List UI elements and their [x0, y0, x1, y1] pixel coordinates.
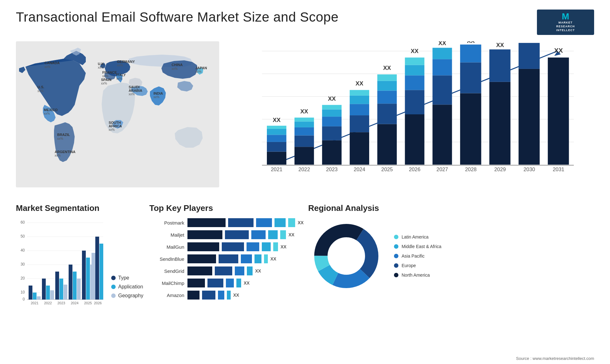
svg-text:XX: XX: [525, 41, 533, 43]
svg-text:ARABIA: ARABIA: [129, 89, 142, 92]
legend-type: Type: [111, 275, 143, 281]
svg-rect-50: [295, 127, 314, 136]
svg-rect-71: [377, 91, 397, 104]
source-text: Source : www.marketresearchintellect.com: [516, 356, 594, 361]
bar-seg1: [187, 266, 212, 275]
svg-text:2031: 2031: [553, 166, 564, 172]
bar-seg1: [187, 254, 216, 263]
player-row-mailchimp: MailChimp XX: [149, 278, 302, 288]
bar-seg2: [228, 218, 254, 227]
bar-seg4: [227, 291, 231, 300]
player-row-mailgun: MailGun XX: [149, 242, 302, 252]
player-xx-amazon: XX: [233, 293, 239, 298]
legend-application: Application: [111, 284, 143, 290]
players-list: Postmark XX Mailjet: [149, 218, 302, 300]
svg-rect-90: [460, 62, 481, 93]
bar-seg4: [268, 230, 278, 239]
svg-text:30: 30: [21, 262, 25, 266]
svg-rect-86: [432, 48, 452, 59]
svg-rect-58: [322, 110, 342, 117]
top-content-row: CANADA xx% U.S. xx% MEXICO xx% BRAZIL xx…: [16, 41, 594, 194]
legend-dot-type: [111, 276, 116, 280]
reg-legend-europe: Europe: [394, 263, 441, 268]
svg-text:2028: 2028: [465, 166, 477, 172]
svg-rect-84: [432, 75, 452, 104]
svg-rect-43: [267, 135, 286, 142]
svg-rect-76: [405, 114, 424, 165]
player-row-postmark: Postmark XX: [149, 218, 302, 227]
svg-text:XX: XX: [438, 41, 446, 46]
player-xx-sendgrid: XX: [255, 268, 261, 273]
bar-seg1: [187, 279, 205, 287]
svg-text:xx%: xx%: [57, 137, 63, 140]
svg-rect-126: [50, 290, 54, 300]
svg-text:2029: 2029: [494, 166, 506, 172]
svg-text:60: 60: [21, 220, 25, 225]
svg-text:xx%: xx%: [55, 154, 61, 157]
svg-rect-125: [46, 286, 50, 300]
svg-text:2023: 2023: [326, 166, 337, 172]
svg-rect-85: [432, 59, 452, 75]
svg-text:U.K.: U.K.: [98, 62, 105, 66]
svg-text:40: 40: [21, 248, 25, 253]
bar-seg1: [187, 291, 200, 300]
svg-rect-102: [548, 57, 569, 165]
svg-rect-42: [267, 142, 286, 152]
svg-text:2021: 2021: [271, 166, 282, 172]
player-xx-mailgun: XX: [281, 244, 287, 249]
world-map-svg: CANADA xx% U.S. xx% MEXICO xx% BRAZIL xx…: [16, 41, 219, 187]
reg-legend-latin-america: Latin America: [394, 234, 441, 239]
svg-rect-133: [73, 272, 77, 300]
bar-seg4: [236, 279, 241, 287]
svg-rect-45: [267, 126, 286, 129]
reg-label-middle-east: Middle East & Africa: [402, 244, 441, 249]
segmentation-chart: 60 50 40 30 20 10 0: [16, 218, 105, 307]
svg-text:xx%: xx%: [116, 77, 122, 80]
bar-seg4: [247, 266, 253, 275]
svg-text:XX: XX: [554, 47, 563, 54]
bar-seg3: [247, 242, 259, 251]
player-bar-postmark: XX: [187, 218, 304, 227]
svg-rect-130: [64, 285, 67, 300]
legend-label-application: Application: [118, 284, 143, 290]
svg-rect-41: [267, 152, 286, 165]
players-section: Top Key Players Postmark XX: [149, 203, 302, 324]
svg-rect-95: [489, 50, 510, 82]
bar-seg3: [251, 230, 266, 239]
svg-text:BRAZIL: BRAZIL: [57, 133, 70, 137]
reg-dot-latin-america: [394, 235, 398, 239]
players-title: Top Key Players: [149, 203, 302, 213]
svg-rect-79: [405, 65, 424, 76]
svg-rect-59: [322, 105, 342, 109]
bar-seg3: [226, 279, 234, 287]
svg-rect-122: [37, 296, 41, 300]
svg-text:0: 0: [23, 297, 25, 301]
svg-text:ITALY: ITALY: [116, 73, 126, 77]
player-bar-amazon: XX: [187, 290, 302, 300]
svg-rect-140: [95, 237, 99, 300]
svg-rect-80: [405, 57, 424, 65]
legend-dot-geography: [111, 293, 116, 298]
reg-legend-asia-pacific: Asia Pacific: [394, 253, 441, 259]
svg-rect-62: [350, 132, 369, 165]
player-bar-mailjet: XX: [187, 230, 302, 239]
bar-seg2: [219, 254, 238, 263]
svg-rect-91: [460, 44, 481, 62]
player-row-sendgrid: SendGrid XX: [149, 266, 302, 276]
svg-rect-51: [295, 121, 314, 127]
svg-text:xx%: xx%: [98, 66, 104, 69]
svg-text:xx%: xx%: [37, 89, 44, 93]
player-bar-mailgun: XX: [187, 242, 302, 252]
svg-text:50: 50: [21, 234, 25, 239]
reg-label-north-america: North America: [402, 273, 430, 278]
player-xx-sendinblue: XX: [270, 256, 276, 261]
svg-rect-56: [322, 126, 342, 140]
svg-text:2022: 2022: [298, 166, 310, 172]
header: Transactional Email Software Market Size…: [16, 10, 594, 35]
legend-label-type: Type: [118, 275, 129, 281]
svg-rect-94: [489, 82, 510, 165]
svg-rect-72: [377, 81, 397, 91]
reg-label-europe: Europe: [402, 263, 416, 268]
svg-text:xx%: xx%: [102, 74, 108, 78]
player-name-mailgun: MailGun: [149, 244, 184, 250]
